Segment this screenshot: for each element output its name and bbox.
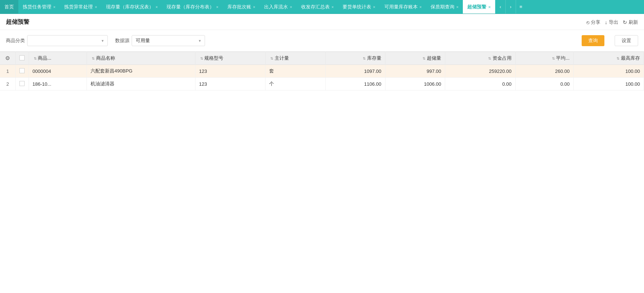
close-icon[interactable]: × <box>95 5 97 9</box>
product-name-column-header[interactable]: ⇅ 商品名称 <box>87 52 195 65</box>
row-checkbox-cell <box>15 65 29 78</box>
nav-item-quality[interactable]: 保质期查询 × <box>426 0 463 14</box>
select-all-checkbox[interactable] <box>19 55 25 60</box>
close-icon[interactable]: × <box>373 5 375 9</box>
query-button[interactable]: 查询 <box>582 35 604 46</box>
page-header: 超储预警 ⎋ 分享 ↓ 导出 ↻ 刷新 <box>0 14 644 30</box>
table-area: ⚙ ⇅ 商品... ⇅ 商品名称 ⇅ 规格型号 <box>0 52 644 90</box>
unit-cell: 套 <box>266 65 325 78</box>
sort-icon: ⇅ <box>422 56 425 60</box>
row-checkbox-cell <box>15 78 29 90</box>
spec-cell: 123 <box>195 65 266 78</box>
sort-icon: ⇅ <box>34 56 37 60</box>
sort-icon: ⇅ <box>363 56 366 60</box>
nav-item-order-stats[interactable]: 要货单统计表 × <box>338 0 380 14</box>
capital-used-cell: 259220.00 <box>445 65 516 78</box>
nav-item-abnormal[interactable]: 拣货异常处理 × <box>60 0 101 14</box>
nav-item-task-mgmt[interactable]: 拣货任务管理 × <box>18 0 60 14</box>
close-icon[interactable]: × <box>332 5 334 9</box>
avg-cell: 0.00 <box>515 78 574 90</box>
spec-cell: 123 <box>195 78 266 90</box>
close-icon[interactable]: × <box>216 5 218 9</box>
sort-icon: ⇅ <box>270 56 273 60</box>
category-label: 商品分类 <box>6 37 25 44</box>
data-table: ⚙ ⇅ 商品... ⇅ 商品名称 ⇅ 规格型号 <box>0 52 644 90</box>
nav-item-overstock[interactable]: 超储预警 × <box>463 0 495 14</box>
chevron-down-icon: ▾ <box>199 38 201 43</box>
row-checkbox[interactable] <box>19 81 25 86</box>
nav-menu-arrow[interactable]: ≡ <box>516 0 526 14</box>
capital-used-column-header[interactable]: ⇅ 资金占用 <box>445 52 516 65</box>
close-icon[interactable]: × <box>155 5 158 9</box>
capital-used-cell: 0.00 <box>445 78 516 90</box>
product-name-cell: 机油滤清器 <box>87 78 195 90</box>
close-icon[interactable]: × <box>488 5 490 9</box>
stock-qty-cell: 1106.00 <box>325 78 385 90</box>
refresh-icon: ↻ <box>623 19 627 25</box>
avg-column-header[interactable]: ⇅ 平均... <box>515 52 574 65</box>
gear-icon[interactable]: ⚙ <box>5 55 10 61</box>
category-select[interactable]: ▾ <box>27 35 108 46</box>
nav-item-inout[interactable]: 出入库流水 × <box>260 0 296 14</box>
export-button[interactable]: ↓ 导出 <box>605 19 618 26</box>
nav-item-available[interactable]: 可用量库存账本 × <box>380 0 426 14</box>
datasource-value: 可用量 <box>136 37 150 44</box>
row-index: 2 <box>0 78 15 90</box>
sort-icon: ⇅ <box>488 56 491 60</box>
table-header-row: ⚙ ⇅ 商品... ⇅ 商品名称 ⇅ 规格型号 <box>0 52 644 65</box>
nav-item-receive[interactable]: 收发存汇总表 × <box>297 0 338 14</box>
close-icon[interactable]: × <box>456 5 458 9</box>
sort-icon: ⇅ <box>552 56 555 60</box>
export-icon: ↓ <box>605 19 607 25</box>
nav-item-stock-status[interactable]: 现存量（库存状况表） × <box>102 0 162 14</box>
nav-item-stock-dist[interactable]: 现存量（库存分布表） × <box>162 0 223 14</box>
row-checkbox[interactable] <box>19 68 25 73</box>
overstock-qty-column-header[interactable]: ⇅ 超储量 <box>385 52 445 65</box>
spec-column-header[interactable]: ⇅ 规格型号 <box>195 52 266 65</box>
table-row: 2 186-10... 机油滤清器 123 个 1106.00 1006.00 … <box>0 78 644 90</box>
share-icon: ⎋ <box>586 19 589 25</box>
header-actions: ⎋ 分享 ↓ 导出 ↻ 刷新 <box>586 19 638 26</box>
datasource-select[interactable]: 可用量 ▾ <box>132 35 205 46</box>
overstock-qty-cell: 997.00 <box>385 65 445 78</box>
overstock-qty-cell: 1006.00 <box>385 78 445 90</box>
category-filter: 商品分类 ▾ <box>6 35 108 46</box>
sort-icon: ⇅ <box>200 56 203 60</box>
product-code-column-header[interactable]: ⇅ 商品... <box>29 52 87 65</box>
share-button[interactable]: ⎋ 分享 <box>586 19 600 26</box>
nav-left-arrow[interactable]: ‹ <box>495 0 505 14</box>
top-navigation: 首页 拣货任务管理 × 拣货异常处理 × 现存量（库存状况表） × 现存量（库存… <box>0 0 644 14</box>
datasource-filter: 数据源 可用量 ▾ <box>115 35 205 46</box>
product-name-cell: 六配套新昌490BPG <box>87 65 195 78</box>
settings-button[interactable]: 设置 <box>615 35 638 46</box>
close-icon[interactable]: × <box>53 5 55 9</box>
unit-column-header[interactable]: ⇅ 主计量 <box>266 52 325 65</box>
close-icon[interactable]: × <box>420 5 422 9</box>
max-stock-column-header[interactable]: ⇅ 最高库存 <box>574 52 644 65</box>
avg-cell: 260.00 <box>515 65 574 78</box>
chevron-down-icon: ▾ <box>102 38 104 43</box>
page-title: 超储预警 <box>6 18 29 26</box>
filter-area: 商品分类 ▾ 数据源 可用量 ▾ 查询 设置 <box>0 30 644 52</box>
settings-column-header: ⚙ <box>0 52 15 65</box>
stock-qty-cell: 1097.00 <box>325 65 385 78</box>
page-container: 超储预警 ⎋ 分享 ↓ 导出 ↻ 刷新 商品分类 ▾ 数据源 <box>0 14 644 293</box>
product-code-cell: 0000004 <box>29 65 87 78</box>
unit-cell: 个 <box>266 78 325 90</box>
refresh-button[interactable]: ↻ 刷新 <box>623 19 638 26</box>
max-stock-cell: 100.00 <box>574 65 644 78</box>
close-icon[interactable]: × <box>253 5 255 9</box>
row-index: 1 <box>0 65 15 78</box>
nav-item-home[interactable]: 首页 <box>0 0 18 14</box>
datasource-label: 数据源 <box>115 37 129 44</box>
sort-icon: ⇅ <box>616 56 619 60</box>
checkbox-column-header <box>15 52 29 65</box>
nav-item-batch[interactable]: 库存批次账 × <box>223 0 260 14</box>
max-stock-cell: 100.00 <box>574 78 644 90</box>
product-code-cell: 186-10... <box>29 78 87 90</box>
sort-icon: ⇅ <box>92 56 95 60</box>
close-icon[interactable]: × <box>290 5 292 9</box>
stock-qty-column-header[interactable]: ⇅ 库存量 <box>325 52 385 65</box>
table-row: 1 0000004 六配套新昌490BPG 123 套 1097.00 997.… <box>0 65 644 78</box>
nav-right-arrow[interactable]: › <box>505 0 516 14</box>
